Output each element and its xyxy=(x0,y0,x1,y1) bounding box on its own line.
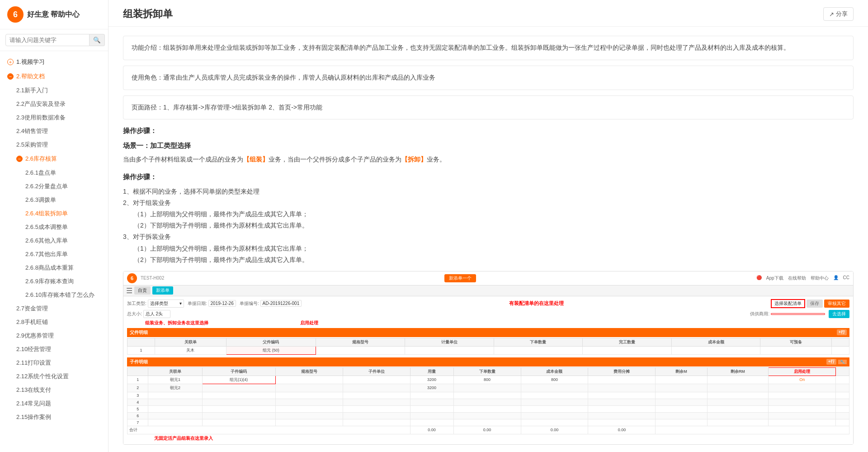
nav-section-docs: − 2.帮助文档 2.1新手入门 2.2产品安装及登录 2.3使用前数据准备 2… xyxy=(0,69,108,424)
screenshot-container: 6 TEST-H002 新添单一个 🔴 App下载 在线帮助 帮助中心 👤 CC xyxy=(123,271,854,445)
step3: 3、对于拆装业务 xyxy=(123,231,854,243)
mock-child-th-0 xyxy=(127,367,148,376)
mock-child-r0-1: 朝元1 xyxy=(148,376,202,384)
mock-type-dropdown[interactable]: 选择类型 ▾ xyxy=(148,300,184,308)
mock-child-table: 关联单 子件编码 规格型号 子件单位 用量 下单数量 成本金额 费用分摊 剩余M xyxy=(127,367,849,434)
mock-child-th-2: 子件编码 xyxy=(202,367,275,376)
sidebar-item-video[interactable]: + 1.视频学习 xyxy=(0,55,108,69)
table-row: 4 xyxy=(127,399,849,405)
sidebar-item-docs[interactable]: − 2.帮助文档 xyxy=(0,69,108,84)
mock-save-btn[interactable]: 保存 xyxy=(807,300,823,308)
mock-child-r1-5: 3200 xyxy=(410,384,453,392)
mock-tab-home[interactable]: 自贡 xyxy=(134,286,151,295)
mock-select-bom-btn[interactable]: 选择装配清单 xyxy=(771,299,805,308)
mock-child-r0-7: 800 xyxy=(521,376,588,384)
mock-child-r1-7 xyxy=(521,384,588,392)
mock-date-value[interactable]: 2019-12-26 xyxy=(208,300,236,307)
table-row: 1 关木 组元 (50) xyxy=(127,346,849,354)
mock-child-th-4: 子件单位 xyxy=(343,367,410,376)
step2-2: （2）下部明细为子件明细，最终作为原材料生成其它出库单。 xyxy=(134,220,854,231)
sidebar-item-2-5[interactable]: 2.5采购管理 xyxy=(0,138,108,152)
sidebar-item-2-1[interactable]: 2.1新手入门 xyxy=(0,84,108,97)
sidebar-item-2-14[interactable]: 2.14常见问题 xyxy=(0,397,108,410)
annotation-2-text: 组装业务、拆卸业务在这里选择 xyxy=(145,320,208,325)
mock-child-th-1: 关联单 xyxy=(148,367,202,376)
mock-logo: 6 xyxy=(127,273,137,283)
mock-dropdown-arrow: ▾ xyxy=(179,301,182,306)
sidebar-2-6-children: 2.6.1盘点单 2.6.2分量盘点单 2.6.3调拨单 2.6.4组装拆卸单 … xyxy=(0,166,108,302)
mock-child-r0-5: 3200 xyxy=(410,376,453,384)
sidebar-item-2-6-6[interactable]: 2.6.6其他入库单 xyxy=(9,234,108,247)
mock-child-add[interactable]: +行 xyxy=(826,359,836,365)
mock-count-value[interactable]: 总人 2头 xyxy=(143,310,170,318)
sidebar-item-2-7[interactable]: 2.7资金管理 xyxy=(0,302,108,315)
sidebar-item-2-9[interactable]: 2.9优惠券管理 xyxy=(0,329,108,343)
mock-child-th-9: 剩余M xyxy=(656,367,707,376)
main-content: 组装拆卸单 ↗ 分享 功能介绍：组装拆卸单用来处理企业组装或拆卸等加工业务，支持… xyxy=(108,0,868,452)
mock-remark-input[interactable] xyxy=(771,313,825,315)
mock-child-th-10: 剩余RM xyxy=(707,367,769,376)
mock-select-btn[interactable]: 去选择 xyxy=(829,310,849,318)
mock-child-r0-11[interactable]: On xyxy=(769,376,836,384)
mock-confirm-btn[interactable]: 审核其它 xyxy=(824,300,849,308)
mock-parent-tbody: 1 关木 组元 (50) xyxy=(127,346,849,354)
logo-icon: 6 xyxy=(7,6,24,23)
sidebar-item-2-4[interactable]: 2.4销售管理 xyxy=(0,124,108,138)
sidebar-item-video-label: 1.视频学习 xyxy=(16,58,45,66)
search-input[interactable] xyxy=(5,34,90,46)
intro-text-2: 使用角色：通常由生产人员或库管人员完成拆装业务的操作，库管人员确认原材料的出库和… xyxy=(132,74,435,81)
scene1-desc: 当由多个子件材料组装成一个成品的业务为【组装】业务，当由一个父件拆分成多个子产品… xyxy=(123,154,854,165)
mock-type-label: 加工类型: xyxy=(127,300,146,307)
sidebar-item-docs-label: 2.帮助文档 xyxy=(16,72,45,81)
mock-tab-active[interactable]: 新添单 xyxy=(152,286,173,295)
annotation-row: 组装业务、拆卸业务在这里选择 启用处理 xyxy=(127,320,849,326)
mock-sidebar-toggle[interactable]: ☰ xyxy=(126,286,132,295)
mock-parent-title: 父件明细 xyxy=(130,329,148,336)
mock-parent-add[interactable]: +行 xyxy=(837,329,847,335)
sidebar-item-2-6-4[interactable]: 2.6.4组装拆卸单 xyxy=(9,207,108,220)
mock-form-row-1: 加工类型: 选择类型 ▾ 单据日期: 2019-12-26 xyxy=(127,299,849,308)
share-button[interactable]: ↗ 分享 xyxy=(823,7,854,21)
sidebar-item-2-10[interactable]: 2.10经营管理 xyxy=(0,343,108,356)
sidebar-item-2-2[interactable]: 2.2产品安装及登录 xyxy=(0,97,108,111)
nav-section-video: + 1.视频学习 xyxy=(0,55,108,69)
sidebar-item-2-6-9[interactable]: 2.6.9库存账本查询 xyxy=(9,275,108,288)
share-label: 分享 xyxy=(836,10,848,18)
sidebar-item-2-6-1[interactable]: 2.6.1盘点单 xyxy=(9,166,108,180)
sidebar-item-2-6-label: 2.6库存核算 xyxy=(25,155,57,163)
mock-parent-th-5: 下单数量 xyxy=(494,338,583,346)
mock-num-value[interactable]: AD-20191226-001 xyxy=(260,300,302,307)
sidebar-item-2-11[interactable]: 2.11打印设置 xyxy=(0,356,108,370)
sidebar-item-2-6-7[interactable]: 2.6.7其他出库单 xyxy=(9,247,108,261)
mock-child-th-6: 下单数量 xyxy=(453,367,521,376)
search-button[interactable]: 🔍 xyxy=(90,34,105,46)
sidebar-item-2-6-5[interactable]: 2.6.5成本调整单 xyxy=(9,220,108,234)
sidebar-item-2-6-2[interactable]: 2.6.2分量盘点单 xyxy=(9,180,108,193)
mock-child-r1-1: 朝元2 xyxy=(148,384,202,392)
sidebar-item-2-15[interactable]: 2.15操作案例 xyxy=(0,410,108,424)
mock-child-r1-4 xyxy=(343,384,410,392)
mock-child-tbody: 1 朝元1 组元(1)(4) 3200 800 800 xyxy=(127,376,849,426)
sidebar-item-2-6-8[interactable]: 2.6.8商品成本重算 xyxy=(9,261,108,275)
intro-block-1: 功能介绍：组装拆卸单用来处理企业组装或拆卸等加工业务，支持有固定装配清单的产品加… xyxy=(123,36,854,60)
sidebar-item-2-12[interactable]: 2.12系统个性化设置 xyxy=(0,370,108,383)
sidebar-docs-children: 2.1新手入门 2.2产品安装及登录 2.3使用前数据准备 2.4销售管理 2.… xyxy=(0,84,108,424)
mock-parent-header-row: 关联单 父件编码 规格型号 计量单位 下单数量 完工数量 成本金额 可预备 xyxy=(127,338,849,346)
step2: 2、对于组装业务 xyxy=(123,197,854,209)
mock-new-btn[interactable]: 新添单一个 xyxy=(444,274,476,282)
sidebar-item-2-6-10[interactable]: 2.6.10库存账本错了怎么办 xyxy=(9,288,108,302)
mock-field-type: 加工类型: 选择类型 ▾ xyxy=(127,300,184,308)
mock-date-label: 单据日期: xyxy=(188,300,207,307)
table-row: 5 xyxy=(127,405,849,412)
mock-field-count: 总大小: 总人 2头 xyxy=(127,310,170,318)
sidebar-item-2-6-3[interactable]: 2.6.3调拨单 xyxy=(9,193,108,207)
intro-block-3: 页面路径：1、库存核算->库存管理->组装拆卸单 2、首页->常用功能 xyxy=(123,95,854,120)
mock-tabs-bar: ☰ 自贡 新添单 xyxy=(123,285,853,296)
sidebar-item-2-3[interactable]: 2.3使用前数据准备 xyxy=(0,111,108,124)
sidebar-item-2-6[interactable]: − 2.6库存核算 xyxy=(0,152,108,166)
scene1-title: 场景一：加工类型选择 xyxy=(123,142,854,150)
sidebar-item-2-13[interactable]: 2.13在线支付 xyxy=(0,383,108,397)
mock-select-bom-label: 选择装配清单 xyxy=(774,301,802,306)
mock-form-row-2: 总大小: 总人 2头 供供商用: 去选择 xyxy=(127,310,849,318)
sidebar-item-2-8[interactable]: 2.8手机旺铺 xyxy=(0,315,108,329)
